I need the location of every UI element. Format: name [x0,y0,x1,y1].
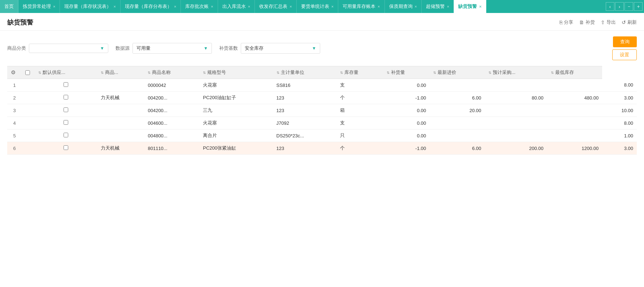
row-unit: 支 [336,117,383,129]
tab-shoudacun[interactable]: 收发存汇总表 × [255,0,296,13]
tab-close-shoudacun[interactable]: × [290,4,292,9]
sort-icon: ⇅ [277,71,279,75]
refresh-button[interactable]: ↺ 刷新 [622,19,637,26]
tab-plus-btn[interactable]: ＋ [634,2,643,11]
row-min-stock: 1.00 [602,129,637,142]
row-est-purchase [547,79,602,92]
setting-button[interactable]: 设置 [612,49,637,60]
row-spec: 123 [273,92,336,104]
tab-quehuo[interactable]: 缺货预警 × [454,0,486,13]
tab-close-yaohuo[interactable]: × [331,4,334,9]
col-spec: ⇅ 规格型号 [199,66,273,79]
col-est-purchase: ⇅ 预计采购... [485,66,547,79]
row-est-purchase [547,117,602,129]
share-button[interactable]: ⎘ 分享 [560,19,573,26]
row-min-stock: 8.00 [602,117,637,129]
row-checkbox[interactable] [64,145,68,150]
tab-bar: 首页 拣货异常处理 × 现存量（库存状况表） × 现存量（库存分布表） × 库存… [0,0,644,13]
tab-next-btn[interactable]: › [615,2,624,11]
column-settings-icon[interactable]: ⚙ [11,69,16,76]
row-gear-cell [22,92,35,104]
col-gear: ⚙ [7,66,22,79]
row-latest-price: 80.00 [485,92,547,104]
replenish-button[interactable]: 🗎 补货 [579,19,595,26]
tab-kucunshouce[interactable]: 库存批次账 × [181,0,218,13]
row-supplier [97,79,144,92]
tab-home[interactable]: 首页 [0,0,18,13]
sort-icon: ⇅ [38,71,41,75]
row-checkbox[interactable] [64,95,68,100]
table-row: 3 004200... 三九 123 箱 0.00 20.00 10.00 [7,104,637,117]
sort-icon: ⇅ [433,71,436,75]
col-latest-price: ⇅ 最新进价 [430,66,485,79]
row-min-stock: 3.00 [602,142,637,155]
query-button[interactable]: 查询 [613,36,637,47]
row-min-stock: 3.00 [602,92,637,104]
tab-close-chaochuyujing[interactable]: × [447,4,449,9]
row-checkbox[interactable] [64,82,68,87]
row-checkbox[interactable] [64,133,68,137]
row-replenish: 20.00 [430,104,485,117]
tab-nav-buttons: ‹ › － ＋ [604,2,644,11]
sort-icon: ⇅ [148,71,151,75]
tab-close-kucunshouce[interactable]: × [211,4,213,9]
tab-close-quehuo[interactable]: × [479,4,481,9]
tab-taohuayichang[interactable]: 拣货异常处理 × [18,0,60,13]
row-spec: DS250*23c... [273,129,336,142]
datasource-arrow-icon: ▼ [204,46,208,51]
row-stock: 0.00 [383,104,430,117]
replenish-label: 补货基数 [219,45,238,52]
filter-area: 商品分类 ▼ 数据源 可用量 ▼ 补货基数 安全库存 ▼ 查询 设置 [0,31,644,66]
tab-xianzunliang2[interactable]: 现存量（库存分布表） × [121,0,181,13]
row-checkbox-cell [35,104,97,117]
tab-baozhiqi[interactable]: 保质期查询 × [385,0,422,13]
tab-minus-btn[interactable]: － [625,2,633,11]
row-unit: 支 [336,79,383,92]
row-unit: 个 [336,142,383,155]
row-gear-cell [22,142,35,155]
col-checkbox [22,66,35,79]
row-number: 6 [7,142,22,155]
row-est-purchase: 1200.00 [547,142,602,155]
share-icon: ⎘ [560,19,562,25]
row-stock: -1.00 [383,142,430,155]
category-label: 商品分类 [7,45,26,52]
select-all-checkbox[interactable] [25,70,30,75]
replenish-select[interactable]: 安全库存 ▼ [241,43,320,54]
row-number: 2 [7,92,22,104]
category-select[interactable]: ▼ [29,44,108,53]
tab-close-churukucun[interactable]: × [248,4,250,9]
col-min-stock: ⇅ 最低库存 [547,66,602,79]
tab-prev-btn[interactable]: ‹ [606,2,614,11]
table-row: 6 力天机械 801110... PC200张紧油缸 123 个 -1.00 6… [7,142,637,155]
row-checkbox[interactable] [64,107,68,112]
row-product-name: 火花塞 [199,117,273,129]
row-supplier [97,117,144,129]
row-number: 4 [7,117,22,129]
row-est-purchase [547,104,602,117]
tab-keyong[interactable]: 可用量库存账本 × [338,0,384,13]
tab-churukucun[interactable]: 出入库流水 × [218,0,255,13]
tab-close-xianzunliang2[interactable]: × [174,4,176,9]
export-button[interactable]: ⇧ 导出 [601,19,616,26]
row-checkbox-cell [35,92,97,104]
replenish-filter-group: 补货基数 安全库存 ▼ [219,43,320,54]
row-supplier [97,104,144,117]
tab-close-xianzunliang1[interactable]: × [113,4,116,9]
tab-close-keyong[interactable]: × [378,4,380,9]
row-checkbox-cell [35,142,97,155]
table-container: ⚙ ⇅ 默认供应... [0,66,644,155]
row-product-name: PC200张紧油缸 [199,142,273,155]
row-latest-price [485,79,547,92]
row-spec: 123 [273,142,336,155]
row-gear-cell [22,104,35,117]
tab-close-baozhiqi[interactable]: × [415,4,417,9]
tab-yaohuo[interactable]: 要货单统计表 × [297,0,338,13]
datasource-select[interactable]: 可用量 ▼ [132,43,212,54]
data-table: ⚙ ⇅ 默认供应... [7,66,637,155]
tab-xianzunliang1[interactable]: 现存量（库存状况表） × [60,0,120,13]
tab-close-taohuayichang[interactable]: × [53,4,55,9]
tab-chaochuyujing[interactable]: 超储预警 × [422,0,454,13]
row-unit: 箱 [336,104,383,117]
row-checkbox[interactable] [64,120,68,125]
